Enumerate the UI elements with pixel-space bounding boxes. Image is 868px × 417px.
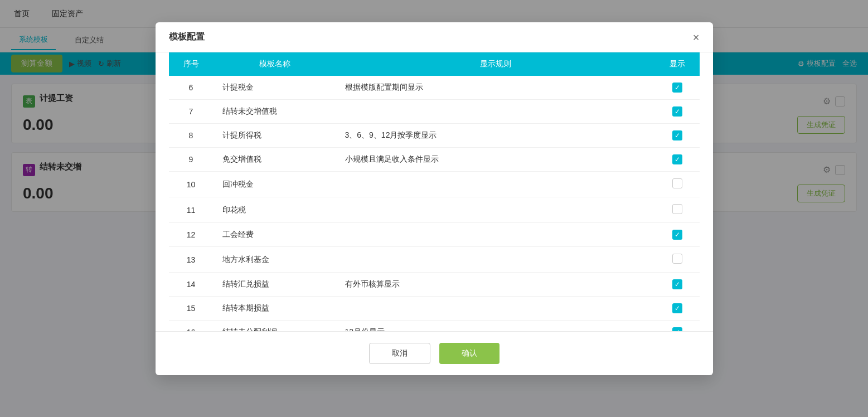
row-rule: 12月份显示 [336, 321, 655, 332]
row-rule: 3、6、9、12月按季度显示 [336, 124, 655, 148]
checkbox-checked[interactable]: ✓ [672, 154, 682, 164]
modal-title: 模板配置 [169, 31, 205, 43]
row-id: 12 [169, 223, 214, 247]
modal-template-config: 模板配置 × 序号 模板名称 显示规则 显示 6计提税金根据模版配置期间显示✓7… [156, 22, 713, 375]
checkbox-checked[interactable]: ✓ [672, 130, 682, 140]
checkbox-checked[interactable]: ✓ [672, 83, 682, 93]
row-id: 16 [169, 321, 214, 332]
checkbox-checked[interactable]: ✓ [672, 303, 682, 313]
table-row: 15结转本期损益✓ [169, 297, 700, 321]
table-row: 13地方水利基金 [169, 247, 700, 273]
row-id: 6 [169, 76, 214, 100]
row-rule [336, 100, 655, 124]
row-id: 9 [169, 148, 214, 172]
row-checkbox-cell: ✓ [655, 297, 700, 321]
row-name: 结转汇兑损益 [214, 273, 336, 297]
modal-overlay: 模板配置 × 序号 模板名称 显示规则 显示 6计提税金根据模版配置期间显示✓7… [0, 0, 868, 417]
row-checkbox-cell: ✓ [655, 148, 700, 172]
row-checkbox-cell [655, 197, 700, 223]
row-checkbox-cell: ✓ [655, 321, 700, 332]
row-id: 14 [169, 273, 214, 297]
row-id: 7 [169, 100, 214, 124]
checkbox-unchecked[interactable] [672, 204, 682, 214]
row-checkbox-cell: ✓ [655, 76, 700, 100]
row-id: 8 [169, 124, 214, 148]
checkbox-checked[interactable]: ✓ [672, 327, 682, 331]
table-row: 16结转未分配利润12月份显示✓ [169, 321, 700, 332]
row-rule [336, 197, 655, 223]
row-rule: 根据模版配置期间显示 [336, 76, 655, 100]
row-rule [336, 172, 655, 197]
row-id: 13 [169, 247, 214, 273]
config-table: 序号 模板名称 显示规则 显示 6计提税金根据模版配置期间显示✓7结转未交增值税… [169, 52, 700, 331]
table-row: 14结转汇兑损益有外币核算显示✓ [169, 273, 700, 297]
table-row: 11印花税 [169, 197, 700, 223]
modal-footer: 取消 确认 [156, 331, 713, 375]
row-rule: 有外币核算显示 [336, 273, 655, 297]
table-row: 12工会经费✓ [169, 223, 700, 247]
col-header-id: 序号 [169, 52, 214, 76]
table-row: 9免交增值税小规模且满足收入条件显示✓ [169, 148, 700, 172]
row-rule [336, 247, 655, 273]
checkbox-checked[interactable]: ✓ [672, 230, 682, 240]
row-id: 10 [169, 172, 214, 197]
checkbox-checked[interactable]: ✓ [672, 106, 682, 117]
col-header-rule: 显示规则 [336, 52, 655, 76]
row-id: 11 [169, 197, 214, 223]
row-rule [336, 223, 655, 247]
modal-header: 模板配置 × [156, 22, 713, 52]
row-checkbox-cell [655, 172, 700, 197]
cancel-button[interactable]: 取消 [369, 343, 430, 364]
row-name: 结转本期损益 [214, 297, 336, 321]
row-name: 地方水利基金 [214, 247, 336, 273]
col-header-name: 模板名称 [214, 52, 336, 76]
row-name: 结转未分配利润 [214, 321, 336, 332]
modal-body: 序号 模板名称 显示规则 显示 6计提税金根据模版配置期间显示✓7结转未交增值税… [156, 52, 713, 331]
row-name: 回冲税金 [214, 172, 336, 197]
checkbox-unchecked[interactable] [672, 178, 682, 188]
row-name: 计提所得税 [214, 124, 336, 148]
table-row: 6计提税金根据模版配置期间显示✓ [169, 76, 700, 100]
table-row: 10回冲税金 [169, 172, 700, 197]
row-checkbox-cell [655, 247, 700, 273]
row-name: 印花税 [214, 197, 336, 223]
row-checkbox-cell: ✓ [655, 100, 700, 124]
checkbox-checked[interactable]: ✓ [672, 279, 682, 289]
row-name: 计提税金 [214, 76, 336, 100]
row-checkbox-cell: ✓ [655, 273, 700, 297]
row-name: 免交增值税 [214, 148, 336, 172]
modal-close-button[interactable]: × [693, 32, 700, 43]
table-row: 8计提所得税3、6、9、12月按季度显示✓ [169, 124, 700, 148]
row-name: 工会经费 [214, 223, 336, 247]
confirm-button[interactable]: 确认 [439, 343, 500, 364]
row-checkbox-cell: ✓ [655, 124, 700, 148]
row-id: 15 [169, 297, 214, 321]
row-rule: 小规模且满足收入条件显示 [336, 148, 655, 172]
row-checkbox-cell: ✓ [655, 223, 700, 247]
col-header-display: 显示 [655, 52, 700, 76]
row-rule [336, 297, 655, 321]
table-row: 7结转未交增值税✓ [169, 100, 700, 124]
checkbox-unchecked[interactable] [672, 254, 682, 264]
row-name: 结转未交增值税 [214, 100, 336, 124]
